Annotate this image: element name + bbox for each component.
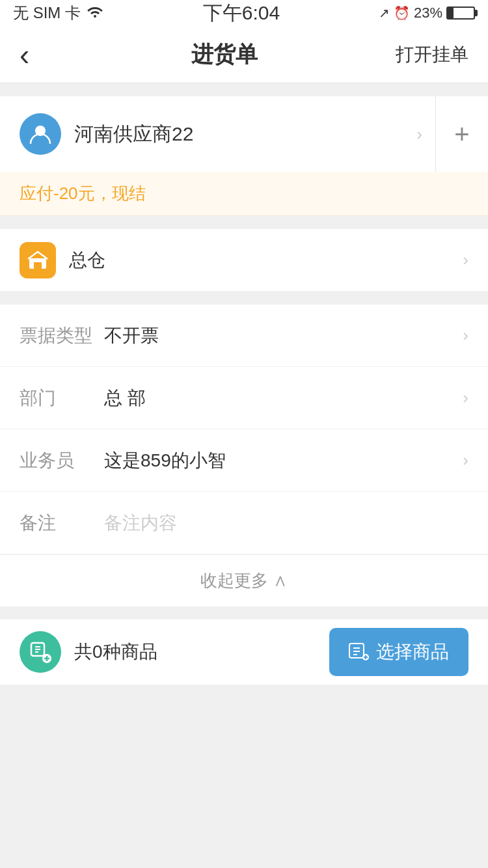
supplier-selector[interactable]: 河南供应商22 › — [0, 96, 436, 172]
back-button[interactable]: ‹ — [20, 37, 59, 72]
remark-input[interactable]: 备注内容 — [104, 511, 468, 536]
supplier-chevron-icon: › — [416, 124, 422, 144]
svg-rect-2 — [34, 262, 42, 269]
supplier-section: 河南供应商22 › + — [0, 96, 488, 172]
product-count-label: 共0种商品 — [74, 640, 329, 664]
salesperson-chevron-icon: › — [463, 450, 468, 470]
collapse-label: 收起更多 ∧ — [200, 569, 287, 592]
warehouse-icon-wrap — [20, 242, 56, 278]
wifi-icon — [86, 5, 104, 21]
invoice-type-row[interactable]: 票据类型 不开票 › — [0, 305, 488, 367]
nav-bar: ‹ 进货单 打开挂单 — [0, 26, 488, 83]
collapse-button[interactable]: 收起更多 ∧ — [0, 554, 488, 606]
invoice-type-label: 票据类型 — [20, 323, 104, 348]
location-icon: ↗ — [379, 5, 390, 21]
section-gap-3 — [0, 292, 488, 305]
add-supplier-button[interactable]: + — [436, 96, 488, 172]
select-product-button[interactable]: 选择商品 — [329, 628, 468, 676]
salesperson-row[interactable]: 业务员 这是859的小智 › — [0, 429, 488, 492]
invoice-type-value: 不开票 — [104, 323, 463, 348]
department-value: 总 部 — [104, 386, 463, 411]
section-gap-1 — [0, 83, 488, 96]
remark-row[interactable]: 备注 备注内容 — [0, 492, 488, 554]
warehouse-chevron-icon: › — [463, 250, 468, 270]
battery-icon — [446, 7, 475, 20]
select-product-label: 选择商品 — [376, 640, 449, 664]
status-bar: 无 SIM 卡 下午6:04 ↗ ⏰ 23% — [0, 0, 488, 26]
salesperson-label: 业务员 — [20, 448, 104, 473]
department-chevron-icon: › — [463, 388, 468, 408]
status-left: 无 SIM 卡 — [13, 3, 104, 23]
carrier-label: 无 SIM 卡 — [13, 3, 81, 23]
section-gap-2 — [0, 216, 488, 229]
battery-percent: 23% — [414, 5, 442, 21]
cart-icon-wrap — [20, 631, 61, 673]
bottom-section: 共0种商品 选择商品 — [0, 619, 488, 685]
open-pending-button[interactable]: 打开挂单 — [390, 42, 468, 67]
alarm-icon: ⏰ — [394, 5, 410, 21]
warehouse-name: 总仓 — [69, 248, 456, 273]
supplier-name: 河南供应商22 — [74, 121, 410, 148]
supplier-avatar — [20, 113, 61, 155]
notice-text: 应付-20元，现结 — [20, 183, 146, 203]
page-title: 进货单 — [59, 40, 390, 70]
notice-bar: 应付-20元，现结 — [0, 172, 488, 216]
salesperson-value: 这是859的小智 — [104, 448, 463, 473]
department-label: 部门 — [20, 386, 104, 411]
department-row[interactable]: 部门 总 部 › — [0, 367, 488, 429]
warehouse-row[interactable]: 总仓 › — [0, 229, 488, 292]
remark-label: 备注 — [20, 511, 104, 536]
status-right: ↗ ⏰ 23% — [379, 5, 475, 21]
invoice-type-chevron-icon: › — [463, 325, 468, 346]
status-time: 下午6:04 — [203, 0, 280, 27]
